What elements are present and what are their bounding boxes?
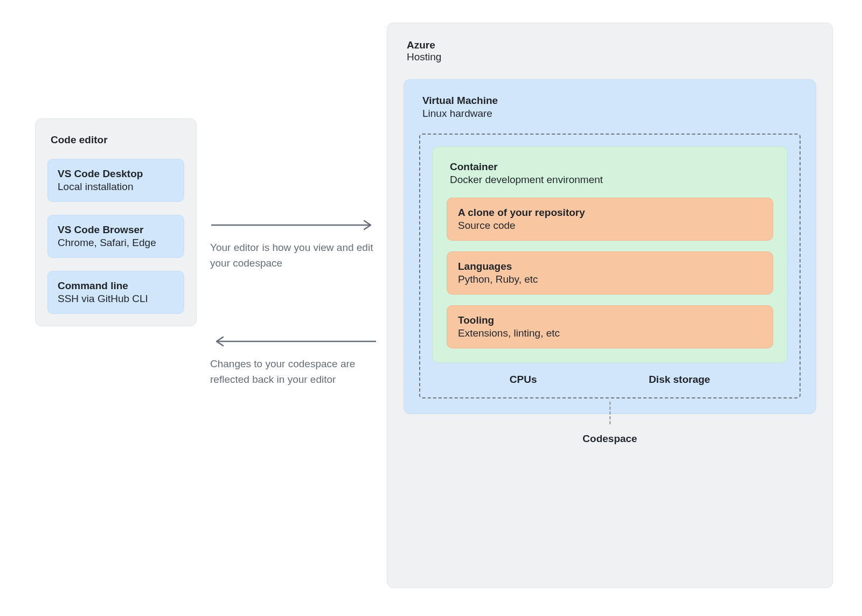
editor-card-subtitle: SSH via GitHub CLI	[58, 293, 174, 305]
editor-card-title: VS Code Desktop	[58, 168, 174, 180]
editor-card-subtitle: Local installation	[58, 181, 174, 193]
arrow-right-icon	[210, 218, 377, 233]
arrow-left-icon	[210, 334, 377, 349]
code-editor-title: Code editor	[51, 134, 184, 146]
editor-card-title: VS Code Browser	[58, 224, 174, 236]
arrow-forward-caption: Your editor is how you view and edit you…	[210, 240, 377, 271]
vm-header: Virtual Machine Linux hardware	[422, 95, 801, 120]
container-item-repository: A clone of your repository Source code	[447, 198, 773, 241]
container-item-tooling: Tooling Extensions, linting, etc	[447, 305, 773, 348]
codespace-connector: Codespace	[582, 402, 637, 445]
container-item-subtitle: Source code	[458, 220, 762, 232]
codespace-dashed-line-icon	[609, 402, 610, 424]
container-item-subtitle: Extensions, linting, etc	[458, 327, 762, 339]
editor-card-vscode-browser: VS Code Browser Chrome, Safari, Edge	[47, 215, 184, 258]
container-subtitle: Docker development environment	[450, 174, 773, 186]
container-item-title: Tooling	[458, 314, 762, 326]
arrow-backward-caption: Changes to your codespace are reflected …	[210, 356, 377, 387]
editor-card-vscode-desktop: VS Code Desktop Local installation	[47, 159, 184, 202]
diagram-container: Code editor VS Code Desktop Local instal…	[0, 0, 862, 616]
vm-subtitle: Linux hardware	[422, 108, 801, 120]
editor-card-command-line: Command line SSH via GitHub CLI	[47, 271, 184, 314]
virtual-machine-panel: Virtual Machine Linux hardware Container…	[404, 79, 816, 414]
container-item-title: A clone of your repository	[458, 207, 762, 219]
resource-row: CPUs Disk storage	[432, 374, 788, 386]
azure-subtitle: Hosting	[407, 51, 816, 63]
azure-panel: Azure Hosting Virtual Machine Linux hard…	[387, 23, 833, 588]
codespace-label: Codespace	[582, 433, 637, 445]
code-editor-panel: Code editor VS Code Desktop Local instal…	[35, 118, 197, 326]
azure-title: Azure	[407, 39, 816, 51]
container-item-title: Languages	[458, 261, 762, 272]
container-header: Container Docker development environment	[450, 161, 773, 186]
container-item-languages: Languages Python, Ruby, etc	[447, 251, 773, 295]
azure-header: Azure Hosting	[407, 39, 816, 63]
arrow-forward-block: Your editor is how you view and edit you…	[210, 218, 377, 271]
vm-title: Virtual Machine	[422, 95, 801, 107]
container-panel: Container Docker development environment…	[432, 146, 788, 363]
resource-disk: Disk storage	[649, 374, 710, 386]
arrow-backward-block: Changes to your codespace are reflected …	[210, 334, 377, 387]
container-item-subtitle: Python, Ruby, etc	[458, 274, 762, 285]
editor-card-title: Command line	[58, 280, 174, 292]
container-title: Container	[450, 161, 773, 173]
editor-card-subtitle: Chrome, Safari, Edge	[58, 237, 174, 249]
codespace-dashed-box: Container Docker development environment…	[419, 134, 801, 398]
resource-cpus: CPUs	[510, 374, 537, 386]
